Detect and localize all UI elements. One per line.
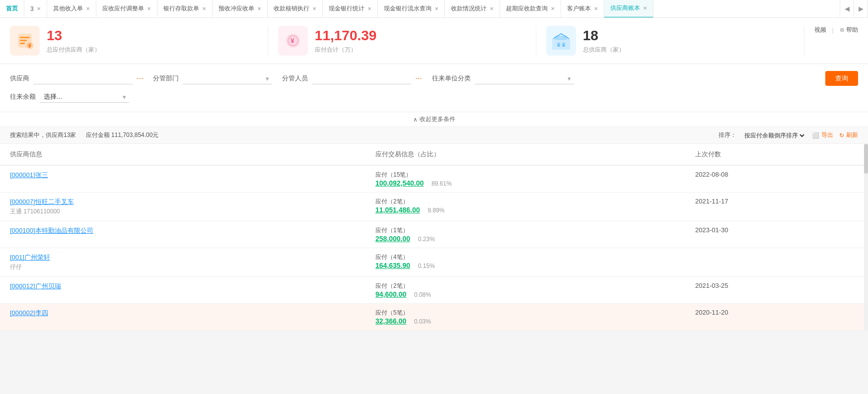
supplier-sub: 仔仔 <box>10 263 356 271</box>
export-button[interactable]: ⬜ 导出 <box>812 131 833 139</box>
collapse-label: 收起更多条件 <box>420 115 455 124</box>
nav-tab-overdue[interactable]: 超期应收款查询 ✕ <box>500 0 561 18</box>
nav-next-arrow[interactable]: ▶ <box>854 0 868 18</box>
card-icon-payable: ¥ <box>10 26 40 56</box>
separator: | <box>832 27 834 34</box>
total-payable-value: 11,170.39 <box>315 27 377 44</box>
filter-category: 往来单位分类 <box>432 72 574 84</box>
close-icon[interactable]: ✕ <box>594 6 598 11</box>
col-header-tx: 应付交易信息（占比） <box>365 144 685 165</box>
result-text1: 搜索结果中，供应商13家 <box>10 131 76 138</box>
amount-value[interactable]: 32,366.00 <box>375 317 406 325</box>
scrollbar-track[interactable] <box>864 144 868 330</box>
close-icon[interactable]: ✕ <box>147 6 151 11</box>
total-suppliers-value: 18 <box>583 27 625 44</box>
card-info-payable: 13 总应付供应商（家） <box>47 27 100 55</box>
amount-value[interactable]: 11,051,486.00 <box>375 206 420 214</box>
close-icon[interactable]: ✕ <box>202 6 206 11</box>
last-pay-date: 2022-08-08 <box>695 171 728 178</box>
result-bar: 搜索结果中，供应商13家 应付金额 111,703,854.00元 排序： 按应… <box>0 127 868 144</box>
svg-rect-13 <box>558 45 559 47</box>
tx-info-cell: 应付（2笔） 94,600.00 0.08% <box>365 277 685 304</box>
col-header-supplier: 供应商信息 <box>0 144 365 165</box>
pct-value: 0.15% <box>418 263 435 269</box>
svg-text:¥: ¥ <box>290 37 294 45</box>
close-icon[interactable]: ✕ <box>367 6 371 11</box>
nav-tab-collection[interactable]: 收款核销执行 ✕ <box>268 0 323 18</box>
supplier-info-cell: [000100]本特勤油品有限公司 <box>0 221 365 248</box>
nav-arrows: ◀ ▶ <box>840 0 868 18</box>
nav-tab-home[interactable]: 首页 <box>0 0 24 18</box>
tx-info-cell: 应付（15笔） 100,092,540.00 89.61% <box>365 165 685 193</box>
nav-tab-cash-flow[interactable]: 现金银行流水查询 ✕ <box>378 0 445 18</box>
query-button[interactable]: 查询 <box>825 71 858 86</box>
dept-select[interactable] <box>183 72 272 84</box>
supplier-link[interactable]: [000100]本特勤油品有限公司 <box>10 227 93 234</box>
collapse-button[interactable]: ∧ 收起更多条件 <box>413 115 455 124</box>
supplier-input[interactable] <box>33 72 133 84</box>
balance-select-wrapper: 选择... <box>40 91 129 103</box>
card-icon-suppliers <box>546 26 576 56</box>
table-header: 供应商信息 应付交易信息（占比） 上次付数 <box>0 144 868 165</box>
filter-person: 分管人员 ··· <box>282 72 422 84</box>
close-icon[interactable]: ✕ <box>257 6 261 11</box>
nav-prev-arrow[interactable]: ◀ <box>840 0 854 18</box>
pct-value: 0.23% <box>418 236 435 243</box>
dept-label: 分管部门 <box>153 74 179 83</box>
supplier-dots[interactable]: ··· <box>137 74 143 83</box>
sort-select[interactable]: 按应付余额倒序排序 <box>742 131 806 139</box>
last-pay-cell <box>685 248 868 277</box>
nav-tab-supplier-ledger[interactable]: 供应商账本 ✕ <box>604 0 653 18</box>
last-pay-date: 2021-11-17 <box>695 197 728 205</box>
person-input[interactable] <box>312 72 411 84</box>
nav-tab-other-income[interactable]: 其他收入单 ✕ <box>47 0 96 18</box>
svg-rect-14 <box>563 45 564 47</box>
scrollbar-thumb[interactable] <box>864 144 868 174</box>
supplier-link[interactable]: [000001]张三 <box>10 171 48 179</box>
amount-value[interactable]: 94,600.00 <box>375 290 406 298</box>
last-pay-cell: 2022-08-08 <box>685 165 868 193</box>
tx-label: 应付（2笔） <box>375 282 675 290</box>
supplier-link[interactable]: [000007]恒旺二手叉车 <box>10 198 74 205</box>
supplier-link[interactable]: [000002]李四 <box>10 309 48 317</box>
close-icon[interactable]: ✕ <box>37 6 41 11</box>
supplier-info-cell: [000002]李四 <box>0 304 365 330</box>
tx-info-cell: 应付（4笔） 164,635.90 0.15% <box>365 248 685 277</box>
amount-value[interactable]: 100,092,540.00 <box>375 179 424 187</box>
nav-tab-prepay[interactable]: 预收冲应收单 ✕ <box>213 0 268 18</box>
tx-info-cell: 应付（1笔） 258,000.00 0.23% <box>365 221 685 248</box>
supplier-info-cell: [000012]广州贝瑞 <box>0 277 365 304</box>
dept-select-wrapper <box>183 72 272 84</box>
last-pay-date: 2020-11-20 <box>695 309 728 316</box>
nav-tab-collection-stat[interactable]: 收款情况统计 ✕ <box>445 0 500 18</box>
tx-info-cell: 应付（5笔） 32,366.00 0.03% <box>365 304 685 330</box>
amount-value[interactable]: 258,000.00 <box>375 235 410 243</box>
nav-tab-cash-bank-stat[interactable]: 现金银行统计 ✕ <box>323 0 378 18</box>
close-icon[interactable]: ✕ <box>312 6 316 11</box>
filter-row-2: 往来余额 选择... <box>10 91 858 103</box>
total-payable-label: 应付合计（万） <box>315 46 377 54</box>
nav-tab-adjustment[interactable]: 应收应付调整单 ✕ <box>96 0 157 18</box>
help-link[interactable]: ⊙ 帮助 <box>840 26 858 34</box>
table-row: [000007]恒旺二手叉车王通 17106110000 应付（2笔） 11,0… <box>0 193 868 221</box>
category-select[interactable] <box>475 72 574 84</box>
person-dots[interactable]: ··· <box>415 74 422 83</box>
table-row: [000002]李四 应付（5笔） 32,366.00 0.03% 2020-1… <box>0 304 868 330</box>
card-info-total: 11,170.39 应付合计（万） <box>315 27 377 55</box>
close-icon[interactable]: ✕ <box>434 6 438 11</box>
close-icon[interactable]: ✕ <box>643 5 647 11</box>
video-link[interactable]: 视频 <box>814 26 826 34</box>
close-icon[interactable]: ✕ <box>490 6 494 11</box>
refresh-button[interactable]: ↻ 刷新 <box>839 131 858 139</box>
supplier-info-cell: [000007]恒旺二手叉车王通 17106110000 <box>0 193 365 221</box>
close-icon[interactable]: ✕ <box>86 6 90 11</box>
close-icon[interactable]: ✕ <box>551 6 555 11</box>
nav-tab-bank[interactable]: 银行存取款单 ✕ <box>157 0 213 18</box>
amount-value[interactable]: 164,635.90 <box>375 262 410 269</box>
supplier-link[interactable]: [000012]广州贝瑞 <box>10 282 61 290</box>
filter-area: 供应商 ··· 分管部门 分管人员 ··· 往来单位分类 <box>0 64 868 112</box>
nav-tab-customer-ledger[interactable]: 客户账本 ✕ <box>561 0 604 18</box>
supplier-link[interactable]: [001]广州荣轩 <box>10 254 50 261</box>
balance-select[interactable]: 选择... <box>40 91 129 103</box>
nav-tab-3[interactable]: 3 ✕ <box>24 0 47 18</box>
